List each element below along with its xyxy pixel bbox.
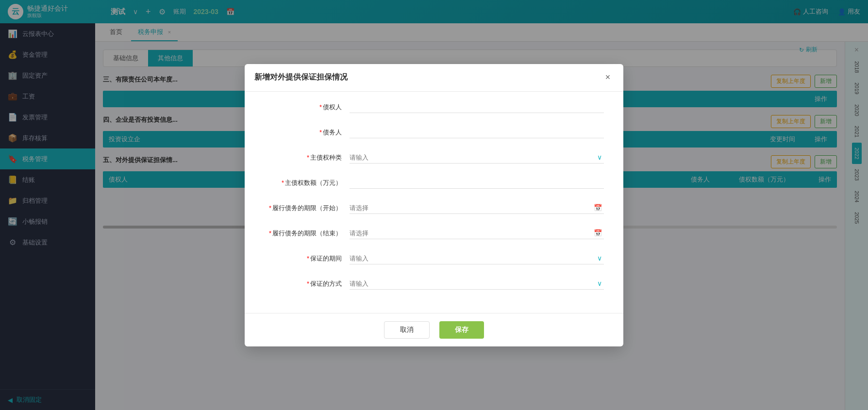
debtor-label: *债务人 xyxy=(264,128,342,137)
dialog-footer: 取消 保存 xyxy=(245,313,623,346)
guarantee-period-wrap: ∨ xyxy=(350,253,604,264)
creditor-input-wrap xyxy=(350,101,604,113)
creditor-input[interactable] xyxy=(350,101,604,113)
period-start-label: *履行债务的期限（开始） xyxy=(264,204,342,213)
creditor-label: *债权人 xyxy=(264,103,342,112)
form-row-debtor: *债务人 xyxy=(264,127,604,138)
guarantee-period-label: *保证的期间 xyxy=(264,254,342,263)
claim-amount-input[interactable] xyxy=(350,177,604,188)
form-row-guarantee-method: *保证的方式 ∨ xyxy=(264,278,604,290)
claim-type-label: *主债权种类 xyxy=(264,153,342,162)
period-end-wrap: 📅 xyxy=(350,228,604,239)
claim-amount-wrap xyxy=(350,177,604,189)
form-row-period-end: *履行债务的期限（结束） 📅 xyxy=(264,228,604,239)
dialog: 新增对外提供保证担保情况 × *债权人 *债务人 xyxy=(245,64,623,346)
dialog-title: 新增对外提供保证担保情况 xyxy=(254,72,348,82)
form-row-creditor: *债权人 xyxy=(264,101,604,113)
period-start-wrap: 📅 xyxy=(350,202,604,214)
form-row-guarantee-period: *保证的期间 ∨ xyxy=(264,253,604,264)
period-end-cal-icon[interactable]: 📅 xyxy=(594,229,602,237)
modal-overlay: 新增对外提供保证担保情况 × *债权人 *债务人 xyxy=(0,0,868,410)
guarantee-method-label: *保证的方式 xyxy=(264,279,342,288)
debtor-input[interactable] xyxy=(350,127,604,138)
form-row-claim-amount: *主债权数额（万元） xyxy=(264,177,604,189)
dialog-close-button[interactable]: × xyxy=(602,72,614,83)
claim-type-wrap: ∨ xyxy=(350,152,604,164)
dialog-header: 新增对外提供保证担保情况 × xyxy=(245,64,623,92)
claim-type-input[interactable] xyxy=(350,152,604,163)
period-end-input[interactable] xyxy=(350,228,604,239)
guarantee-method-input[interactable] xyxy=(350,278,604,289)
guarantee-method-wrap: ∨ xyxy=(350,278,604,290)
form-row-period-start: *履行债务的期限（开始） 📅 xyxy=(264,202,604,214)
debtor-input-wrap xyxy=(350,127,604,138)
period-end-label: *履行债务的期限（结束） xyxy=(264,229,342,238)
save-button[interactable]: 保存 xyxy=(439,321,484,339)
dialog-body: *债权人 *债务人 *主债权种类 xyxy=(245,92,623,313)
period-start-cal-icon[interactable]: 📅 xyxy=(594,204,602,212)
cancel-button[interactable]: 取消 xyxy=(384,321,430,339)
period-start-input[interactable] xyxy=(350,202,604,213)
claim-amount-label: *主债权数额（万元） xyxy=(264,179,342,187)
guarantee-period-input[interactable] xyxy=(350,253,604,264)
form-row-claim-type: *主债权种类 ∨ xyxy=(264,152,604,164)
